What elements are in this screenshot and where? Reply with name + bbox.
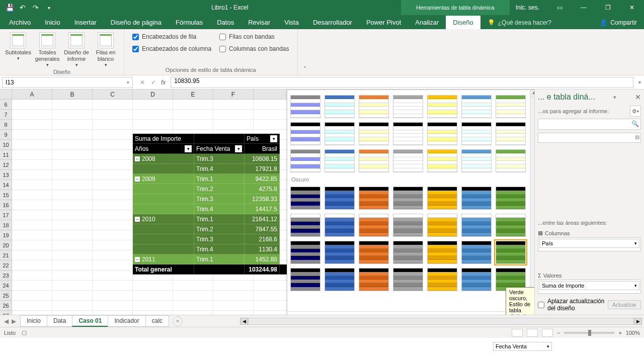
cell[interactable] — [93, 140, 133, 150]
row-header[interactable]: 20 — [0, 240, 12, 250]
style-swatch[interactable] — [290, 214, 320, 237]
undo-icon[interactable]: ↶ — [17, 2, 28, 13]
row-header[interactable]: 9 — [0, 130, 12, 140]
cell[interactable] — [133, 100, 173, 110]
maximize-icon[interactable]: ❐ — [598, 0, 618, 15]
cell[interactable] — [93, 200, 133, 210]
expand-formula-icon[interactable]: ▾ — [635, 79, 644, 85]
cell[interactable] — [133, 120, 173, 130]
cell[interactable] — [213, 120, 254, 130]
style-swatch[interactable] — [290, 187, 320, 210]
cell[interactable] — [52, 281, 93, 291]
col-header[interactable]: B — [52, 89, 93, 99]
cell[interactable] — [12, 190, 52, 200]
cell[interactable] — [12, 130, 52, 140]
row-header[interactable]: 14 — [0, 180, 12, 190]
style-swatch[interactable] — [427, 241, 457, 264]
zoom-out-icon[interactable]: − — [557, 330, 560, 336]
accept-formula-icon[interactable]: ✓ — [151, 79, 156, 86]
style-swatch[interactable] — [427, 95, 457, 118]
cell[interactable] — [93, 220, 133, 230]
row-header[interactable]: 16 — [0, 200, 12, 210]
style-swatch[interactable] — [359, 268, 389, 291]
formula-input[interactable]: 10830.95 — [171, 77, 633, 88]
cell[interactable] — [12, 270, 52, 281]
style-swatch[interactable] — [359, 187, 389, 210]
style-swatch[interactable] — [325, 95, 355, 118]
cell[interactable] — [93, 301, 133, 311]
tab-file[interactable]: Archivo — [2, 16, 38, 29]
cell[interactable] — [12, 120, 52, 130]
chip-pais[interactable]: País▾ — [539, 239, 639, 248]
row-header[interactable]: 13 — [0, 170, 12, 180]
style-swatch[interactable] — [290, 149, 320, 172]
style-swatch[interactable] — [427, 187, 457, 210]
cell[interactable] — [133, 110, 173, 120]
tab-revisar[interactable]: Revisar — [241, 16, 277, 29]
field-search[interactable]: 🔍 — [538, 119, 641, 130]
cell[interactable] — [12, 230, 52, 240]
sheet-tab[interactable]: Caso 01 — [72, 315, 108, 327]
chk-banded-rows[interactable]: Filas con bandas — [219, 33, 289, 40]
cell[interactable] — [12, 281, 52, 291]
tab-datos[interactable]: Datos — [210, 16, 241, 29]
row-header[interactable]: 26 — [0, 301, 12, 311]
cell[interactable] — [52, 130, 93, 140]
fx-icon[interactable]: fx — [161, 79, 171, 86]
cell[interactable] — [133, 311, 173, 315]
cell[interactable] — [52, 180, 93, 190]
cell[interactable] — [93, 250, 133, 260]
style-swatch[interactable] — [496, 95, 526, 118]
cell[interactable] — [93, 291, 133, 301]
style-swatch[interactable] — [427, 149, 457, 172]
style-swatch[interactable] — [359, 122, 389, 145]
cell[interactable] — [93, 160, 133, 170]
style-swatch[interactable] — [325, 187, 355, 210]
blank-rows-button[interactable]: Filas en blanco▾ — [92, 31, 120, 69]
style-swatch[interactable] — [461, 149, 492, 172]
style-swatch[interactable] — [290, 95, 320, 118]
style-swatch[interactable] — [496, 187, 526, 210]
cell[interactable] — [93, 110, 133, 120]
cell[interactable] — [52, 110, 93, 120]
cell[interactable] — [12, 240, 52, 250]
cell[interactable] — [12, 100, 52, 110]
style-swatch[interactable] — [325, 268, 355, 291]
cell[interactable] — [52, 120, 93, 130]
cell[interactable] — [213, 100, 254, 110]
area-columns[interactable]: País▾ — [538, 237, 641, 251]
cell[interactable] — [133, 301, 173, 311]
style-swatch[interactable] — [427, 214, 457, 237]
chip-fecha-venta[interactable]: Fecha Venta▾ — [493, 342, 552, 351]
cell[interactable] — [93, 240, 133, 250]
cell[interactable] — [12, 250, 52, 260]
cell[interactable] — [52, 270, 93, 281]
style-swatch[interactable] — [393, 214, 423, 237]
sheet-tab[interactable]: Data — [47, 315, 72, 327]
cell[interactable] — [213, 110, 254, 120]
cell[interactable] — [52, 200, 93, 210]
horizontal-scrollbar[interactable] — [248, 318, 634, 325]
style-swatch[interactable] — [461, 95, 492, 118]
sheet-nav-prev-icon[interactable]: ◀ — [4, 318, 9, 325]
style-swatch[interactable] — [325, 122, 355, 145]
style-swatch[interactable] — [290, 122, 320, 145]
cell[interactable] — [93, 180, 133, 190]
save-icon[interactable]: 💾 — [4, 2, 15, 13]
col-header[interactable]: D — [133, 89, 173, 99]
cell[interactable] — [173, 110, 213, 120]
cell[interactable] — [173, 100, 213, 110]
cell[interactable] — [93, 190, 133, 200]
tab-vista[interactable]: Vista — [277, 16, 306, 29]
cell[interactable] — [133, 291, 173, 301]
row-header[interactable]: 25 — [0, 291, 12, 301]
minimize-icon[interactable]: — — [574, 0, 594, 15]
cell[interactable] — [12, 150, 52, 160]
cell[interactable] — [12, 170, 52, 180]
qat-more-icon[interactable]: ▾ — [43, 2, 54, 13]
share-button[interactable]: 👤Compartir — [593, 16, 644, 29]
style-swatch[interactable] — [461, 122, 492, 145]
tab-inicio[interactable]: Inicio — [38, 16, 67, 29]
tab-diseño[interactable]: Diseño — [446, 16, 480, 29]
style-swatch[interactable] — [393, 122, 423, 145]
